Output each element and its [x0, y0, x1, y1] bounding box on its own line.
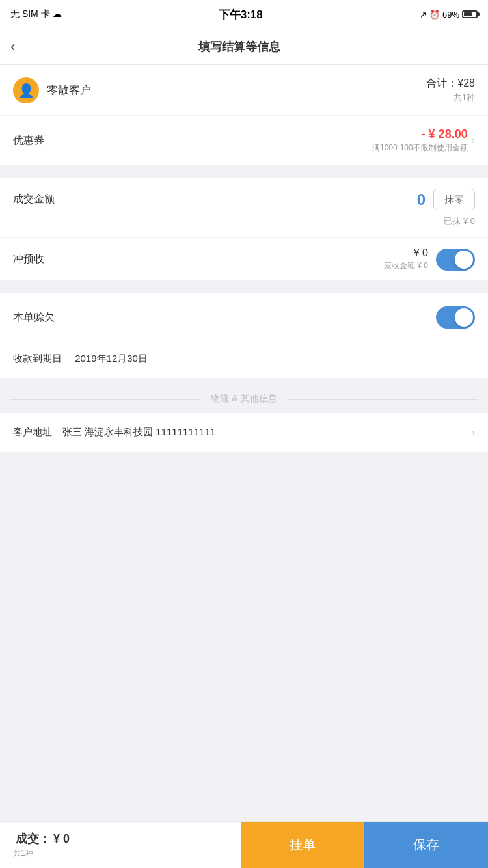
due-date-row: 收款到期日 2019年12月30日 [0, 342, 488, 378]
address-row[interactable]: 客户地址 张三 海淀永丰科技园 11111111111 › [0, 413, 488, 452]
hang-order-button[interactable]: 挂单 [241, 822, 364, 869]
round-zero-button[interactable]: 抹零 [433, 189, 475, 210]
prepay-row: 冲预收 ¥ 0 应收金额 ¥ 0 [0, 237, 488, 280]
customer-avatar: 👤 [13, 77, 39, 103]
alarm-icon: ⏰ [429, 10, 440, 20]
customer-row: 👤 零散客户 合计：¥28 共1种 [0, 65, 488, 115]
address-chevron-icon: › [472, 427, 475, 439]
signal-text: 无 SIM 卡 ☁ [10, 8, 62, 20]
prepay-sub-label: 应收金额 ¥ 0 [384, 260, 428, 271]
logistics-separator: 物流 & 其他信息 [0, 385, 488, 413]
credit-toggle-knob [455, 308, 473, 327]
coupon-description: 满1000-100不限制使用金额 [372, 142, 468, 154]
customer-name: 零散客户 [47, 83, 91, 98]
battery-text: 69% [442, 10, 459, 20]
credit-toggle[interactable] [436, 306, 475, 329]
transaction-value: 0 [417, 191, 426, 209]
prepay-toggle[interactable] [436, 249, 475, 271]
prepay-value-block: ¥ 0 应收金额 ¥ 0 [384, 247, 428, 271]
coupon-discount: - ¥ 28.00 [372, 128, 468, 141]
customer-total: 合计：¥28 共1种 [426, 77, 475, 103]
status-right: ↗ ⏰ 69% [420, 10, 478, 20]
location-icon: ↗ [420, 10, 427, 20]
back-button[interactable]: ‹ [5, 33, 20, 61]
credit-row: 本单赊欠 [0, 293, 488, 342]
transaction-sub: 已抹 ¥ 0 [0, 215, 488, 237]
status-bar: 无 SIM 卡 ☁ 下午3:18 ↗ ⏰ 69% [0, 0, 488, 29]
battery-icon [462, 10, 478, 18]
save-button[interactable]: 保存 [364, 822, 488, 869]
prepay-label: 冲预收 [13, 252, 44, 266]
credit-section: 本单赊欠 收款到期日 2019年12月30日 [0, 293, 488, 378]
prepay-amount: ¥ 0 [384, 247, 428, 259]
transaction-right: 0 抹零 [417, 189, 475, 210]
customer-info: 👤 零散客户 [13, 77, 91, 103]
bottom-deal-amount: ¥ 0 [53, 832, 70, 845]
page-title: 填写结算等信息 [20, 39, 458, 55]
due-date-label: 收款到期日 [13, 353, 62, 364]
person-icon: 👤 [18, 83, 34, 98]
address-value: 张三 海淀永丰科技园 11111111111 [62, 426, 472, 439]
credit-label: 本单赊欠 [13, 311, 55, 325]
coupon-value-block: - ¥ 28.00 满1000-100不限制使用金额 [372, 128, 468, 154]
coupon-label: 优惠券 [13, 134, 44, 148]
empty-area [0, 458, 488, 588]
customer-section: 👤 零散客户 合计：¥28 共1种 优惠券 - ¥ 28.00 满1000-10… [0, 65, 488, 165]
logistics-label: 物流 & 其他信息 [211, 393, 277, 405]
bottom-info: 成交：¥ 0 共1种 [0, 831, 241, 859]
coupon-row[interactable]: 优惠券 - ¥ 28.00 满1000-100不限制使用金额 › [0, 115, 488, 165]
coupon-right: - ¥ 28.00 满1000-100不限制使用金额 › [372, 128, 475, 154]
total-amount-label: 合计：¥28 [426, 77, 475, 90]
gray-separator-2 [0, 287, 488, 293]
bottom-count-label: 共1种 [13, 848, 228, 859]
toggle-knob [455, 251, 473, 269]
transaction-label: 成交金额 [13, 193, 55, 206]
status-left: 无 SIM 卡 ☁ [10, 8, 62, 20]
gray-separator-1 [0, 172, 488, 178]
prepay-right: ¥ 0 应收金额 ¥ 0 [384, 247, 475, 271]
transaction-section: 成交金额 0 抹零 已抹 ¥ 0 冲预收 ¥ 0 应收金额 ¥ 0 [0, 178, 488, 280]
address-label: 客户地址 [13, 426, 52, 439]
bottom-bar: 成交：¥ 0 共1种 挂单 保存 [0, 821, 488, 868]
chevron-right-icon: › [472, 135, 475, 146]
due-date-value: 2019年12月30日 [75, 353, 148, 364]
transaction-row: 成交金额 0 抹零 [0, 178, 488, 215]
status-time: 下午3:18 [219, 7, 263, 22]
bottom-deal-label: 成交：¥ 0 [13, 831, 228, 847]
total-count-label: 共1种 [426, 92, 475, 103]
nav-bar: ‹ 填写结算等信息 [0, 29, 488, 65]
